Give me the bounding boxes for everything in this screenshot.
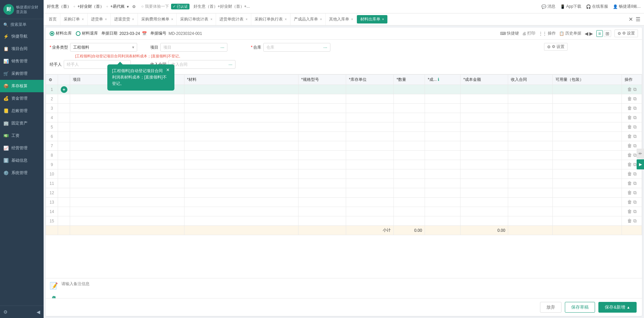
delete-row-btn[interactable]: 🗑 bbox=[627, 190, 632, 196]
income-contract-dots-btn[interactable]: ··· bbox=[228, 62, 232, 67]
row-income-cell[interactable] bbox=[508, 207, 553, 216]
copy-row-btn[interactable]: ⧉ bbox=[633, 124, 637, 130]
copy-row-btn[interactable]: ⧉ bbox=[633, 105, 637, 111]
row-spec-cell[interactable] bbox=[299, 160, 346, 169]
row-spec-cell[interactable] bbox=[299, 179, 346, 188]
row-unit-cell[interactable] bbox=[346, 94, 394, 104]
row-cost-amt-cell[interactable] bbox=[461, 141, 508, 151]
delete-row-btn[interactable]: 🗑 bbox=[627, 171, 632, 177]
sidebar-item-system[interactable]: ⚙️ 系统管理 bbox=[0, 167, 44, 179]
row-spec-cell[interactable] bbox=[299, 85, 346, 94]
biz-type-select[interactable]: 工程领料 ▾ bbox=[70, 43, 137, 52]
row-cost-cell[interactable] bbox=[425, 85, 461, 94]
row-unit-cell[interactable] bbox=[346, 207, 394, 216]
tab-goods-stats[interactable]: 进货单统计表 × bbox=[216, 13, 251, 25]
row-spec-cell[interactable] bbox=[299, 207, 346, 216]
tab-purchase-stats[interactable]: 采购订单统计表 × bbox=[177, 13, 216, 25]
save-new-button[interactable]: 保存&新增 ▲ bbox=[598, 302, 637, 313]
row-income-cell[interactable] bbox=[508, 169, 553, 179]
info-icon[interactable]: ℹ bbox=[438, 77, 439, 82]
radio-material-return[interactable]: 材料退库 bbox=[76, 31, 98, 36]
experience-link[interactable]: ○ 我要体验一下 bbox=[141, 4, 169, 9]
tab-menu-btn[interactable]: ☰ bbox=[636, 16, 640, 22]
row-income-cell[interactable] bbox=[508, 179, 553, 188]
row-unit-cell[interactable] bbox=[346, 122, 394, 132]
row-material-cell[interactable] bbox=[184, 151, 299, 160]
good-wealth-link[interactable]: +好业财（首） bbox=[77, 4, 104, 9]
row-cost-cell[interactable] bbox=[425, 160, 461, 169]
row-spec-cell[interactable] bbox=[299, 122, 346, 132]
row-spec-cell[interactable] bbox=[299, 94, 346, 104]
tab-close-icon[interactable]: × bbox=[351, 17, 353, 21]
row-cost-cell[interactable] bbox=[425, 122, 461, 132]
delete-row-btn[interactable]: 🗑 bbox=[627, 180, 632, 186]
delete-row-btn[interactable]: 🗑 bbox=[627, 143, 632, 149]
row-project-cell[interactable] bbox=[70, 160, 184, 169]
row-qty-cell[interactable] bbox=[394, 132, 425, 141]
tab-purchase-order[interactable]: 采购订单 × bbox=[60, 13, 88, 25]
close-tab-btn[interactable]: ✕ bbox=[629, 16, 633, 22]
tab-other-receipt[interactable]: 其他入库单 × bbox=[326, 13, 357, 25]
row-cost-cell[interactable] bbox=[425, 113, 461, 122]
tab-close-icon[interactable]: × bbox=[105, 17, 107, 21]
row-material-cell[interactable] bbox=[184, 207, 299, 216]
row-cost-amt-cell[interactable] bbox=[461, 216, 508, 226]
sidebar-item-sales[interactable]: 📊 销售管理 bbox=[0, 55, 44, 67]
copy-row-btn[interactable]: ⧉ bbox=[633, 143, 637, 149]
row-spec-cell[interactable] bbox=[299, 151, 346, 160]
user-avatar[interactable]: 👤 畅捷通8账... bbox=[613, 4, 641, 9]
row-material-cell[interactable] bbox=[184, 104, 299, 113]
row-material-cell[interactable] bbox=[184, 179, 299, 188]
row-unit-cell[interactable] bbox=[346, 113, 394, 122]
row-material-cell[interactable] bbox=[184, 85, 299, 94]
quick-key-btn[interactable]: ⌨ 快捷键 bbox=[500, 31, 519, 36]
delete-row-btn[interactable]: 🗑 bbox=[627, 96, 632, 102]
row-cost-cell[interactable] bbox=[425, 207, 461, 216]
row-unit-cell[interactable] bbox=[346, 151, 394, 160]
date-value[interactable]: 2023-03-24 bbox=[119, 31, 140, 36]
delete-row-btn[interactable]: 🗑 bbox=[627, 209, 632, 214]
row-cost-cell[interactable] bbox=[425, 198, 461, 207]
row-qty-cell[interactable] bbox=[394, 151, 425, 160]
row-income-cell[interactable] bbox=[508, 198, 553, 207]
row-project-cell[interactable] bbox=[70, 151, 184, 160]
operations-btn[interactable]: ⋮⋮ 操作 bbox=[539, 31, 556, 36]
row-material-cell[interactable] bbox=[184, 132, 299, 141]
tab-purchase-exec[interactable]: 采购订单执行表 × bbox=[251, 13, 290, 25]
copy-row-btn[interactable]: ⧉ bbox=[633, 96, 637, 102]
delete-row-btn[interactable]: 🗑 bbox=[627, 152, 632, 158]
row-cost-amt-cell[interactable] bbox=[461, 122, 508, 132]
topbar-settings-icon[interactable]: ⚙ bbox=[132, 4, 136, 9]
delete-row-btn[interactable]: 🗑 bbox=[627, 162, 632, 167]
row-project-cell[interactable] bbox=[70, 198, 184, 207]
delete-row-btn[interactable]: 🗑 bbox=[627, 87, 632, 92]
row-qty-cell[interactable] bbox=[394, 141, 425, 151]
row-unit-cell[interactable] bbox=[346, 104, 394, 113]
row-material-cell[interactable] bbox=[184, 198, 299, 207]
sidebar-item-purchase[interactable]: 🛒 采购管理 bbox=[0, 67, 44, 80]
copy-row-btn[interactable]: ⧉ bbox=[633, 115, 637, 120]
side-panel-active-btn[interactable]: ▶ bbox=[637, 159, 644, 169]
copy-row-btn[interactable]: ⧉ bbox=[633, 180, 637, 186]
row-project-cell[interactable] bbox=[70, 216, 184, 226]
row-cost-cell[interactable] bbox=[425, 141, 461, 151]
row-spec-cell[interactable] bbox=[299, 198, 346, 207]
copy-row-btn[interactable]: ⧉ bbox=[633, 162, 637, 167]
row-material-cell[interactable] bbox=[184, 216, 299, 226]
print-btn[interactable]: 🖨 打印 bbox=[522, 31, 535, 36]
app-download-btn[interactable]: 📱 App下载 bbox=[560, 4, 581, 9]
row-project-cell[interactable] bbox=[70, 141, 184, 151]
row-qty-cell[interactable] bbox=[394, 179, 425, 188]
sidebar-item-basic-info[interactable]: ℹ️ 基础信息 bbox=[0, 154, 44, 167]
row-project-cell[interactable] bbox=[70, 188, 184, 198]
tab-goods-return[interactable]: 进退货货 × bbox=[111, 13, 138, 25]
list-view-btn[interactable]: ≡ bbox=[596, 30, 602, 37]
project-select[interactable]: 项目 ··· bbox=[160, 43, 227, 52]
copy-row-btn[interactable]: ⧉ bbox=[633, 152, 637, 158]
delete-row-btn[interactable]: 🗑 bbox=[627, 115, 632, 120]
sidebar-item-finance[interactable]: 💰 资金管理 bbox=[0, 92, 44, 105]
tab-close-icon[interactable]: × bbox=[132, 17, 134, 21]
row-unit-cell[interactable] bbox=[346, 169, 394, 179]
save-draft-button[interactable]: 保存草稿 bbox=[565, 302, 595, 313]
warehouse-dots-btn[interactable]: ··· bbox=[323, 45, 327, 50]
